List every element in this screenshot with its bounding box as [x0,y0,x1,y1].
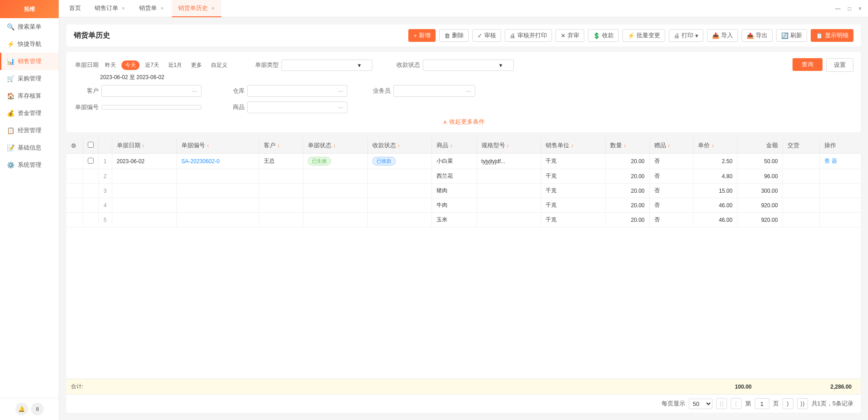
no-cell[interactable] [176,213,259,227]
tab-home[interactable]: 首页 [63,0,87,17]
sidebar-item-ops[interactable]: 📋 经营管理 [0,122,59,139]
first-page-btn[interactable]: ⟨⟨ [716,398,727,409]
date-pill-more[interactable]: 更多 [187,60,206,70]
customer-input[interactable]: ··· [101,85,201,97]
customer-dots-icon[interactable]: ··· [192,87,197,95]
row-action-link[interactable]: 查 [824,158,830,164]
tab-sales-order-close[interactable]: × [121,5,125,11]
table-settings-icon[interactable]: ⚙ [71,142,76,149]
checkbox-cell[interactable] [83,184,98,198]
date-pill-yesterday[interactable]: 昨天 [101,60,120,70]
tab-sales-goods[interactable]: 销货单 × [133,0,171,17]
col-date-header[interactable]: 单据日期 ↕ [112,138,176,154]
sidebar: 拓维 🔍 搜索菜单 ⚡ 快捷导航 📊 销售管理 🛒 采购管理 🏠 库存核算 💰 … [0,0,59,420]
sidebar-item-search-menu[interactable]: 🔍 搜索菜单 [0,18,59,35]
sidebar-item-purchase-mgmt[interactable]: 🛒 采购管理 [0,70,59,87]
docstatus-cell [303,198,367,213]
checkbox-cell[interactable] [83,169,98,184]
next-page-btn[interactable]: ⟩ [783,398,793,409]
date-pill-custom[interactable]: 自定义 [207,60,231,70]
col-docstatus-header[interactable]: 单据状态 ↕ [303,138,367,154]
settings-col-header[interactable]: ⚙ [66,138,83,154]
notification-btn[interactable]: 🔔 [15,403,28,415]
no-cell[interactable]: SA-20230602-0 [176,154,259,169]
checkbox-cell[interactable] [83,154,98,169]
sidebar-item-finance[interactable]: 💰 资金管理 [0,105,59,122]
per-page-select[interactable]: 50 100 200 [689,399,712,409]
import-button[interactable]: 📥 导入 [707,29,738,42]
warehouse-dots-icon[interactable]: ··· [338,87,343,95]
query-button[interactable]: 查询 [793,58,823,71]
pause-btn[interactable]: ⏸ [31,403,44,415]
show-detail-button[interactable]: 📋 显示明细 [811,29,853,42]
salesperson-dots-icon[interactable]: ··· [466,87,471,95]
collapse-button[interactable]: ∧ 收起更多条件 [74,118,853,126]
col-goods-header[interactable]: 商品 ↕ [432,138,477,154]
col-price-header[interactable]: 单价 ↕ [693,138,738,154]
no-cell[interactable] [176,184,259,198]
date-pill-today[interactable]: 今天 [121,60,140,70]
col-qty-header[interactable]: 数量 ↕ [605,138,649,154]
checkbox-cell[interactable] [83,213,98,227]
no-cell[interactable] [176,169,259,184]
sidebar-item-sales-mgmt[interactable]: 📊 销售管理 [0,53,59,70]
checkbox-col-header[interactable] [83,138,98,154]
doctype-select[interactable]: ▾ [281,60,372,71]
date-pill-7days[interactable]: 近7天 [141,60,163,70]
paystatus-select[interactable]: ▾ [423,60,514,71]
delete-button[interactable]: 🗑 删除 [439,29,469,42]
new-button[interactable]: + 新增 [408,29,436,42]
batch-change-button[interactable]: ⚡ 批量变更 [622,29,665,42]
gift-cell: 否 [649,213,693,227]
total-info: 共1页，5条记录 [812,400,853,408]
table-row: 4 牛肉 千克 20.00 否 46.00 920.00 [66,198,861,213]
table-scroll-area[interactable]: ⚙ 单据日期 ↕ [66,138,861,379]
tab-sales-history-close[interactable]: × [211,5,215,11]
sidebar-item-inventory[interactable]: 🏠 库存核算 [0,87,59,105]
tab-minimize-btn[interactable]: — [833,5,843,13]
goods-input[interactable]: ··· [247,101,347,113]
col-customer-header[interactable]: 客户 ↕ [259,138,303,154]
setting-button[interactable]: 设置 [826,58,853,72]
date-pill-1month[interactable]: 近1月 [165,60,186,70]
audit-print-button[interactable]: 🖨 审核并打印 [505,29,552,42]
sidebar-item-basic-info[interactable]: 📝 基础信息 [0,139,59,156]
prev-page-btn[interactable]: ⟨ [731,398,742,409]
row-checkbox[interactable] [88,158,94,164]
col-unit-header[interactable]: 销售单位 ↕ [541,138,606,154]
tab-sales-history[interactable]: 销货单历史 × [172,0,221,17]
print-button[interactable]: 🖨 打印 ▾ [669,29,703,42]
col-gift-header[interactable]: 赠品 ↕ [649,138,693,154]
tab-sales-order[interactable]: 销售订单 × [88,0,132,17]
select-all-checkbox[interactable] [88,142,94,148]
docno-input[interactable] [101,105,201,110]
sidebar-item-sys-mgmt[interactable]: ⚙️ 系统管理 [0,156,59,174]
audit-button[interactable]: ✓ 审核 [472,29,501,42]
tab-maximize-btn[interactable]: □ [845,5,854,13]
col-paystatus-header[interactable]: 收款状态 ↕ [367,138,432,154]
abandon-button[interactable]: ✕ 弃审 [556,29,584,42]
page-number-input[interactable] [755,398,769,409]
col-no-header[interactable]: 单据编号 ↕ [176,138,259,154]
last-page-btn[interactable]: ⟩⟩ [797,398,808,409]
goods-dots-icon[interactable]: ··· [338,104,343,111]
tab-sales-goods-close[interactable]: × [160,5,164,11]
col-num-header [98,138,112,154]
no-cell[interactable] [176,198,259,213]
row-action-link[interactable]: 器 [832,158,837,164]
unit-cell: 千克 [541,184,606,198]
date-cell [112,184,176,198]
tab-window-close-btn[interactable]: × [856,5,864,13]
warehouse-input[interactable]: ··· [247,85,347,97]
search-icon: 🔍 [7,23,14,30]
refresh-button[interactable]: 🔄 刷新 [776,29,807,42]
goods-sort-icon: ↕ [450,143,452,148]
export-button[interactable]: 📤 导出 [742,29,773,42]
col-spec-header[interactable]: 规格型号 ↕ [477,138,541,154]
checkbox-cell[interactable] [83,198,98,213]
salesperson-input[interactable]: ··· [393,85,475,97]
sidebar-item-quick-nav[interactable]: ⚡ 快捷导航 [0,35,59,53]
collect-button[interactable]: 💲 收款 [588,29,619,42]
row-number-cell: 1 [98,154,112,169]
clipboard-icon: 📋 [7,127,14,134]
